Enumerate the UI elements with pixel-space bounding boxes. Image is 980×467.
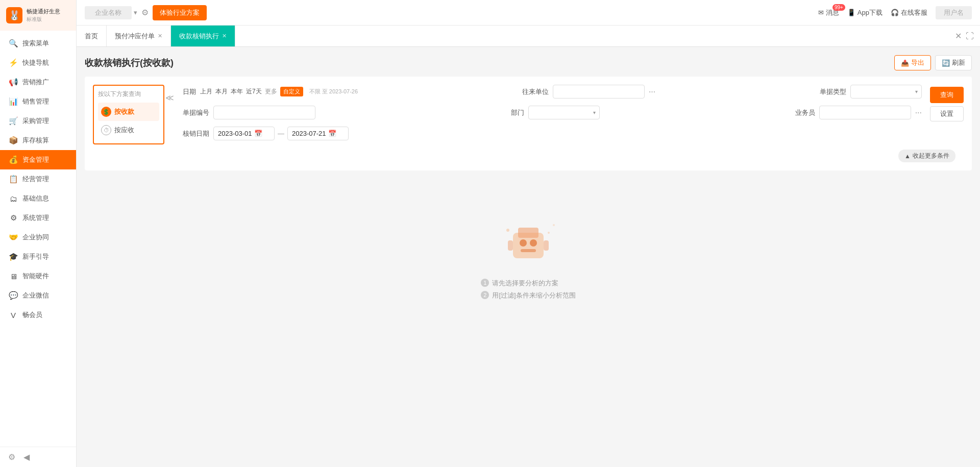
svg-point-9 (553, 224, 555, 226)
nav-icon-13: 💬 (8, 291, 18, 300)
sidebar-item-7[interactable]: 📋经营管理 (0, 169, 76, 189)
nav-label-3: 销售管理 (22, 97, 49, 106)
empty-illustration (498, 217, 559, 268)
solution-button[interactable]: 体验行业方案 (153, 5, 207, 20)
shortcut-last-month[interactable]: 上月 (200, 87, 212, 96)
verify-date-field: 核销日期 2023-03-01 📅 — 2023-07-21 📅 (183, 127, 349, 140)
page-content: 收款核销执行(按收款) 📤 导出 🔄 刷新 按以下方案查询 (77, 47, 980, 467)
topbar-gear-icon[interactable]: ⚙ (141, 8, 149, 17)
nav-icon-2: 📢 (8, 78, 18, 87)
close-all-tabs-icon[interactable]: ✕ (955, 31, 962, 41)
page-title: 收款核销执行(按收款) (85, 57, 174, 69)
sidebar-item-6[interactable]: 💰资金管理 (0, 150, 76, 169)
sidebar-item-1[interactable]: ⚡快捷导航 (0, 53, 76, 72)
tab-prepay[interactable]: 预付冲应付单 ✕ (107, 26, 171, 46)
calendar-start-icon[interactable]: 📅 (254, 130, 262, 137)
topbar-brand: 企业名称 ▾ (85, 6, 137, 19)
sidebar-item-14[interactable]: V畅会员 (0, 305, 76, 325)
date-unlimit: 不限 至 2023-07-26 (309, 88, 358, 95)
dropdown-icon[interactable]: ▾ (134, 9, 137, 16)
app-name: 畅捷通好生意 (27, 8, 60, 15)
filter-option-by-receipt[interactable]: 💲 按收款 (98, 103, 159, 121)
nav-label-10: 企业协同 (22, 233, 49, 242)
empty-state: 1 请先选择要分析的方案 2 用[过滤]条件来缩小分析范围 (85, 177, 972, 344)
partner-dots-btn[interactable]: ··· (649, 87, 655, 96)
filter-sidebar: 按以下方案查询 💲 按收款 ⏱ 按应收 (93, 85, 164, 144)
sidebar-item-8[interactable]: 🗂基础信息 (0, 189, 76, 208)
svg-rect-5 (508, 240, 513, 251)
shortcut-custom[interactable]: 自定义 (280, 87, 303, 96)
tab-verify-close[interactable]: ✕ (222, 33, 227, 39)
message-badge: 99+ (832, 4, 845, 11)
nav-icon-14: V (8, 311, 18, 319)
verify-date-label: 核销日期 (183, 129, 209, 138)
nav-icon-4: 🛒 (8, 116, 18, 126)
main-area: 企业名称 ▾ ⚙ 体验行业方案 ✉ 消息 99+ 📱 App下载 🎧 在线客服 … (77, 0, 980, 467)
nav-icon-5: 📦 (8, 136, 18, 145)
collapse-conditions-btn[interactable]: ▲ 收起更多条件 (898, 150, 955, 162)
nav-icon-9: ⚙ (8, 213, 18, 223)
partner-input[interactable] (553, 85, 645, 99)
message-icon: ✉ (818, 9, 824, 16)
bill-no-field: 单据编号 (183, 106, 315, 119)
sidebar-item-10[interactable]: 🤝企业协同 (0, 228, 76, 247)
collapse-filter-btn[interactable]: ≪ (164, 85, 175, 110)
expand-icon[interactable]: ⛶ (966, 32, 974, 41)
online-service-button[interactable]: 🎧 在线客服 (891, 8, 927, 17)
sidebar-logo: 🐰 畅捷通好生意 标准版 (0, 0, 76, 31)
sidebar: 🐰 畅捷通好生意 标准版 🔍搜索菜单⚡快捷导航📢营销推广📊销售管理🛒采购管理📦库… (0, 0, 77, 467)
tab-home[interactable]: 首页 (77, 26, 107, 46)
sidebar-item-13[interactable]: 💬企业微信 (0, 286, 76, 305)
collapse-sidebar-icon[interactable]: ◀ (23, 452, 30, 462)
tab-verify[interactable]: 收款核销执行 ✕ (171, 26, 235, 46)
filter-form: 日期 上月 本月 本年 近7天 更多 自定义 不限 至 2023-07-26 (175, 85, 930, 148)
shortcut-this-year[interactable]: 本年 (231, 87, 243, 96)
dept-label: 部门 (511, 108, 524, 117)
sidebar-item-9[interactable]: ⚙系统管理 (0, 208, 76, 228)
sidebar-item-2[interactable]: 📢营销推广 (0, 72, 76, 92)
verify-end-input[interactable]: 2023-07-21 📅 (287, 127, 349, 140)
sidebar-item-4[interactable]: 🛒采购管理 (0, 111, 76, 131)
svg-rect-1 (518, 228, 538, 238)
sidebar-item-12[interactable]: 🖥智能硬件 (0, 266, 76, 286)
refresh-button[interactable]: 🔄 刷新 (935, 55, 972, 70)
calendar-end-icon[interactable]: 📅 (328, 130, 336, 137)
service-icon: 🎧 (891, 9, 899, 16)
sidebar-item-5[interactable]: 📦库存核算 (0, 131, 76, 150)
svg-point-3 (530, 239, 537, 247)
staff-dots-btn[interactable]: ··· (915, 108, 922, 117)
message-button[interactable]: ✉ 消息 99+ (818, 8, 839, 17)
shortcut-more[interactable]: 更多 (265, 87, 277, 96)
staff-input[interactable] (819, 106, 911, 119)
topbar: 企业名称 ▾ ⚙ 体验行业方案 ✉ 消息 99+ 📱 App下载 🎧 在线客服 … (77, 0, 980, 26)
nav-label-12: 智能硬件 (22, 272, 49, 281)
nav-icon-1: ⚡ (8, 58, 18, 67)
nav-icon-10: 🤝 (8, 233, 18, 242)
dept-select[interactable] (528, 106, 600, 119)
bill-type-select[interactable] (850, 85, 922, 99)
svg-point-7 (506, 229, 509, 232)
company-name: 企业名称 (85, 6, 132, 19)
app-download-button[interactable]: 📱 App下载 (847, 8, 883, 17)
shortcut-this-month[interactable]: 本月 (215, 87, 228, 96)
tab-prepay-close[interactable]: ✕ (158, 33, 162, 39)
nav-icon-6: 💰 (8, 155, 18, 164)
sidebar-item-3[interactable]: 📊销售管理 (0, 92, 76, 111)
user-button[interactable]: 用户名 (936, 6, 972, 19)
nav-label-5: 库存核算 (22, 136, 49, 145)
sidebar-item-11[interactable]: 🎓新手引导 (0, 247, 76, 266)
hint-num-2: 2 (481, 291, 489, 299)
verify-start-input[interactable]: 2023-03-01 📅 (213, 127, 275, 140)
query-button[interactable]: 查询 (930, 87, 964, 103)
filter-settings-button[interactable]: 设置 (930, 106, 964, 121)
dept-field: 部门 ▾ (511, 106, 600, 119)
export-button[interactable]: 📤 导出 (894, 55, 931, 70)
filter-option-by-receivable[interactable]: ⏱ 按应收 (98, 121, 159, 139)
sidebar-nav: 🔍搜索菜单⚡快捷导航📢营销推广📊销售管理🛒采购管理📦库存核算💰资金管理📋经营管理… (0, 31, 76, 447)
bill-no-input[interactable] (213, 106, 315, 119)
shortcut-7days[interactable]: 近7天 (246, 87, 262, 96)
sidebar-item-0[interactable]: 🔍搜索菜单 (0, 34, 76, 53)
app-logo-icon: 🐰 (6, 7, 22, 23)
settings-icon[interactable]: ⚙ (8, 452, 15, 462)
partner-label: 往来单位 (522, 87, 549, 96)
